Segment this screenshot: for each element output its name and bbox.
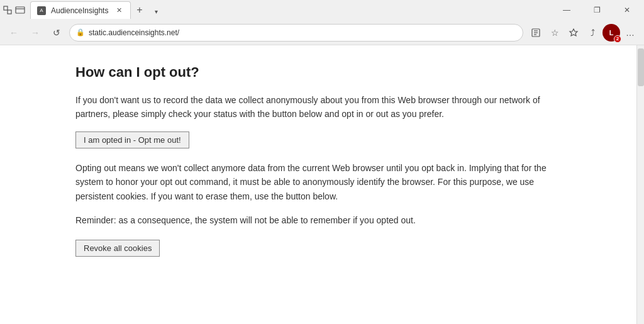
opt-out-button[interactable]: I am opted in - Opt me out! [75,131,189,148]
active-tab[interactable]: A AudienceInsights ✕ [30,1,131,19]
address-bar: ← → ↺ 🔒 static.audienceinsights.net/ ☆ ⤴… [0,20,644,45]
page-area: How can I opt out? If you don't want us … [0,45,644,324]
paragraph-3: Reminder: as a consequence, the system w… [75,213,561,227]
minimize-button[interactable]: — [552,0,581,20]
page-heading: How can I opt out? [75,64,561,81]
paragraph-2: Opting out means we won't collect anymor… [75,161,561,203]
refresh-button[interactable]: ↺ [48,24,65,42]
window-controls-left [3,5,25,15]
close-button[interactable]: ✕ [613,0,641,20]
revoke-cookies-button[interactable]: Revoke all cookies [75,240,160,257]
tab-title: AudienceInsights [51,6,109,15]
tab-favicon: A [37,6,46,15]
url-bar[interactable]: 🔒 static.audienceinsights.net/ [69,24,523,42]
page-content: How can I opt out? If you don't want us … [0,45,636,324]
forward-button[interactable]: → [26,24,44,42]
share-icon[interactable]: ⤴ [584,24,601,42]
lock-icon: 🔒 [76,28,85,36]
svg-rect-1 [8,10,11,14]
new-tab-button[interactable]: + [131,1,148,19]
browser-window: A AudienceInsights ✕ + ▾ — ❐ ✕ ← → ↺ 🔒 s… [0,0,644,324]
url-text: static.audienceinsights.net/ [89,28,516,37]
back-button[interactable]: ← [5,24,23,42]
profile-icon[interactable]: L 2 [602,24,620,42]
tabs-container: A AudienceInsights ✕ + ▾ [30,1,552,19]
restore-button[interactable]: ❐ [582,0,611,20]
paragraph-1: If you don't want us to record the data … [75,93,561,121]
svg-rect-0 [4,6,8,10]
favorites-icon[interactable]: ☆ [546,24,564,42]
collections-icon[interactable] [565,24,582,42]
svg-rect-2 [16,7,25,13]
tab-list-button[interactable]: ▾ [148,4,164,19]
profile-badge: 2 [614,35,621,43]
reader-mode-icon[interactable] [527,24,545,42]
browser-icon [15,5,25,15]
scrollbar-thumb[interactable] [638,48,644,86]
toolbar-icons: ☆ ⤴ L 2 … [527,24,639,42]
profile-initials: L [609,29,614,36]
more-menu-icon[interactable]: … [621,24,639,42]
scrollbar[interactable] [636,45,644,324]
tab-close-button[interactable]: ✕ [114,6,124,16]
tab-icon [3,5,13,15]
window-controls-right: — ❐ ✕ [552,0,641,20]
title-bar: A AudienceInsights ✕ + ▾ — ❐ ✕ [0,0,644,20]
